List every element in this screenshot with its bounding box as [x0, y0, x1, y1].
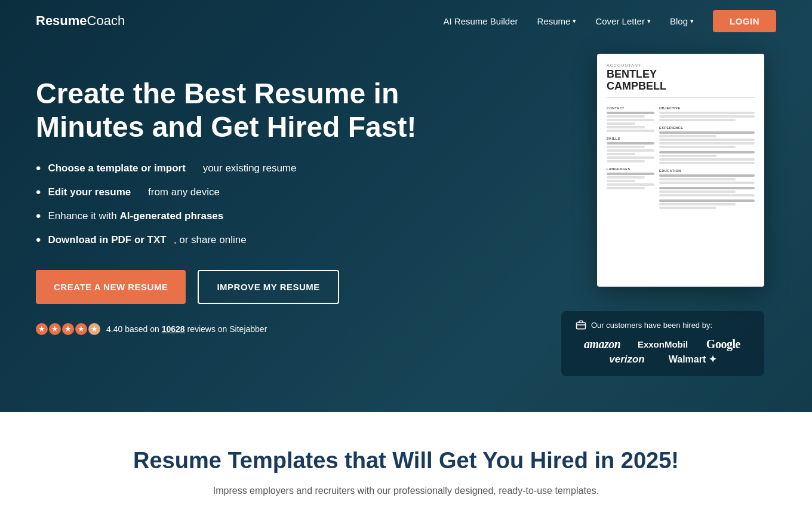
hero-buttons: CREATE A NEW RESUME IMPROVE MY RESUME [36, 270, 416, 304]
company-logos-row2: verizon Walmart ✦ [576, 354, 750, 365]
star-1: ★ [36, 323, 48, 335]
resume-card-left: CONTACT SKILLS LANGUAGES [607, 103, 654, 210]
bullet-2: Edit your resume from any device [36, 184, 416, 201]
verizon-logo: verizon [609, 354, 645, 365]
chevron-down-icon: ▾ [573, 17, 576, 25]
chevron-down-icon: ▾ [690, 17, 694, 25]
nav-resume[interactable]: Resume ▾ [537, 16, 577, 26]
resume-preview-card: ACCOUNTANT BENTLEY CAMPBELL CONTACT SKIL… [597, 54, 764, 287]
resume-card-right: OBJECTIVE EXPERIENCE EDUCATION [659, 103, 755, 210]
nav-cover-letter[interactable]: Cover Letter ▾ [595, 16, 651, 26]
star-4: ★ [75, 323, 87, 335]
resume-card-name: BENTLEY CAMPBELL [607, 69, 755, 93]
nav-ai-resume-builder[interactable]: AI Resume Builder [444, 16, 518, 26]
bottom-subtitle: Impress employers and recruiters with ou… [197, 486, 615, 496]
resume-card-divider [607, 97, 755, 98]
hero-section: Create the Best Resume in Minutes and Ge… [0, 0, 812, 412]
bottom-section: Resume Templates that Will Get You Hired… [0, 412, 812, 513]
improve-resume-button[interactable]: IMPROVE MY RESUME [198, 270, 339, 304]
hero-bullet-list: Choose a template or import your existin… [36, 160, 416, 248]
bullet-4: Download in PDF or TXT, or share online [36, 232, 416, 248]
nav-links: AI Resume Builder Resume ▾ Cover Letter … [444, 10, 777, 32]
resume-card-label: ACCOUNTANT [607, 63, 755, 67]
amazon-logo: amazon [576, 337, 629, 351]
resume-card-body: CONTACT SKILLS LANGUAGES [607, 103, 755, 210]
rating-row: ★ ★ ★ ★ ★ 4.40 based on 10628 reviews on… [36, 323, 416, 335]
sitejabber-link[interactable]: 10628 [162, 324, 185, 334]
rating-score: 4.40 based on 10628 reviews on Sitejabbe… [106, 324, 267, 334]
google-logo: Google [697, 337, 750, 351]
hero-title: Create the Best Resume in Minutes and Ge… [36, 77, 416, 143]
login-button[interactable]: LOGIN [713, 10, 776, 32]
star-3: ★ [62, 323, 74, 335]
walmart-logo: Walmart ✦ [669, 354, 716, 365]
bullet-1: Choose a template or import your existin… [36, 160, 416, 177]
company-logos-row1: amazon ExxonMobil Google [576, 337, 750, 351]
star-2: ★ [49, 323, 61, 335]
chevron-down-icon: ▾ [647, 17, 651, 25]
hired-header-text: Our customers have been hired by: [591, 321, 712, 330]
logo[interactable]: ResumeCoach [36, 13, 125, 29]
hero-content: Create the Best Resume in Minutes and Ge… [0, 77, 452, 334]
briefcase-icon [576, 320, 586, 330]
bottom-title: Resume Templates that Will Get You Hired… [36, 448, 776, 474]
hired-by-section: Our customers have been hired by: amazon… [561, 311, 764, 376]
logo-text: ResumeCoach [36, 13, 125, 28]
nav-blog[interactable]: Blog ▾ [670, 16, 694, 26]
exxonmobil-logo: ExxonMobil [636, 339, 689, 349]
star-rating: ★ ★ ★ ★ ★ [36, 323, 100, 335]
svg-rect-0 [577, 322, 586, 329]
bullet-3: Enhance it with AI-generated phrases [36, 208, 416, 225]
star-5-half: ★ [88, 323, 100, 335]
navbar: ResumeCoach AI Resume Builder Resume ▾ C… [0, 0, 812, 42]
hired-header: Our customers have been hired by: [576, 320, 750, 330]
create-resume-button[interactable]: CREATE A NEW RESUME [36, 270, 186, 304]
